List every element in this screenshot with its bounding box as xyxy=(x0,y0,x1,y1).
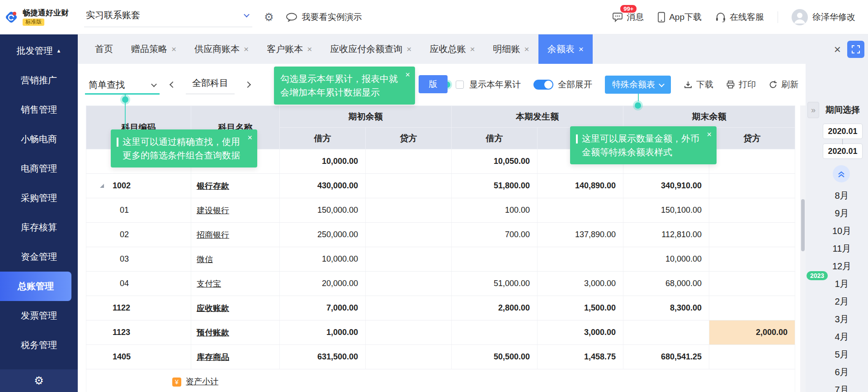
sidebar-item[interactable]: 销售管理 xyxy=(0,95,78,124)
print-button[interactable]: 打印 xyxy=(726,79,756,91)
sidebar-item[interactable]: 电商管理 xyxy=(0,154,78,183)
show-ytd-checkbox[interactable] xyxy=(456,81,464,89)
show-ytd-option[interactable]: 显示本年累计 xyxy=(444,79,521,91)
tooltip-close-icon[interactable]: × xyxy=(405,71,410,79)
phone-icon xyxy=(657,12,665,23)
collapse-row-icon[interactable] xyxy=(100,184,104,188)
tab[interactable]: 首页 xyxy=(86,34,122,64)
account-code: 1405 xyxy=(113,352,131,361)
amount-cell: 680,541.25 xyxy=(623,345,709,369)
tab[interactable]: 客户账本× xyxy=(258,34,321,64)
online-service-button[interactable]: 在线客服 xyxy=(715,11,764,23)
account-link[interactable]: 库存商品 xyxy=(197,353,229,362)
period-to-box[interactable]: 2020.01 xyxy=(823,143,863,159)
scrollbar-track[interactable] xyxy=(800,105,806,392)
sidebar-item[interactable]: 小畅电商 xyxy=(0,124,78,154)
next-subject-button[interactable] xyxy=(245,81,251,88)
account-link[interactable]: 招商银行 xyxy=(197,230,229,239)
sidebar-item[interactable]: 总账管理 xyxy=(0,272,71,301)
tooltip-close-icon[interactable]: × xyxy=(247,134,252,142)
tab-close-icon[interactable]: × xyxy=(307,44,312,54)
subject-scope-selector[interactable]: 全部科目 xyxy=(186,75,235,94)
month-item[interactable]: 4月 xyxy=(806,328,868,346)
period-from-box[interactable]: 2020.01 xyxy=(823,124,863,139)
tab[interactable]: 明细账× xyxy=(484,34,538,64)
account-link[interactable]: 银行存款 xyxy=(197,182,229,191)
account-settings-gear-icon[interactable]: ⚙ xyxy=(264,11,274,24)
tab-label: 明细账 xyxy=(493,43,520,55)
account-row: 1123预付账款1,000.003,000.002,000.00 xyxy=(86,320,795,345)
month-item[interactable]: 10月 xyxy=(806,222,868,240)
user-menu[interactable]: 徐泽华修改 xyxy=(792,9,855,25)
account-code: 1122 xyxy=(113,303,130,312)
tab[interactable]: 应收总账× xyxy=(420,34,484,64)
sidebar-item[interactable]: 批发管理▲ xyxy=(0,36,78,66)
month-item[interactable]: 2月 xyxy=(806,293,868,311)
tab[interactable]: 赠品策略× xyxy=(122,34,185,64)
account-link[interactable]: 微信 xyxy=(197,255,213,264)
period-panel-title: 期间选择 xyxy=(826,104,860,116)
tab-label: 余额表 xyxy=(547,43,575,55)
tab-close-icon[interactable]: × xyxy=(579,44,584,54)
expand-all-toggle[interactable] xyxy=(533,80,553,90)
column-header-credit: 贷方 xyxy=(709,128,795,149)
demo-link[interactable]: 我要看实例演示 xyxy=(286,11,362,23)
refresh-icon xyxy=(769,80,778,89)
summary-link[interactable]: 资产小计 xyxy=(186,377,218,386)
tooltip-close-icon[interactable]: × xyxy=(707,130,712,139)
period-panel-top: » 期间选择 xyxy=(806,102,868,118)
amount-cell xyxy=(366,247,452,272)
month-item[interactable]: 11月 xyxy=(806,240,868,258)
amount-cell: 20,000.00 xyxy=(280,272,366,296)
tab[interactable]: 余额表× xyxy=(538,34,593,64)
tab-close-icon[interactable]: × xyxy=(524,44,529,54)
account-row: 1002银行存款430,000.0051,800.00140,890.00340… xyxy=(86,174,795,198)
toggle-knob xyxy=(544,81,552,89)
tooltip-text: 这里可以展示数量金额，外币 金额等特殊余额表样式 xyxy=(582,132,699,159)
month-item[interactable]: 8月 xyxy=(806,187,868,205)
fullscreen-button[interactable] xyxy=(847,41,864,58)
month-item[interactable]: 3月 xyxy=(806,311,868,328)
close-all-tabs-icon[interactable]: × xyxy=(834,43,841,55)
account-set-select[interactable]: 实习联系账套 xyxy=(84,7,252,27)
sidebar-item[interactable]: 资金管理 xyxy=(0,242,78,272)
sidebar-item[interactable]: 库存核算 xyxy=(0,213,78,242)
sidebar-item[interactable]: 税务管理 xyxy=(0,330,78,360)
month-item[interactable]: 6月 xyxy=(806,363,868,381)
tab[interactable]: 应收应付余额查询× xyxy=(321,34,420,64)
account-link[interactable]: 应收账款 xyxy=(197,304,229,313)
tab-close-icon[interactable]: × xyxy=(406,44,411,54)
prev-subject-button[interactable] xyxy=(170,81,176,88)
tab-close-icon[interactable]: × xyxy=(244,44,249,54)
settings-gear-icon[interactable]: ⚙ xyxy=(34,374,44,387)
refresh-button[interactable]: 刷新 xyxy=(769,79,798,91)
sidebar-item[interactable]: 采购管理 xyxy=(0,183,78,213)
download-button[interactable]: 下载 xyxy=(684,79,713,91)
app-download-button[interactable]: App下载 xyxy=(657,11,702,23)
partially-hidden-version-button[interactable]: 版 xyxy=(419,75,448,93)
tab[interactable]: 供应商账本× xyxy=(185,34,258,64)
tab-close-icon[interactable]: × xyxy=(171,44,176,54)
scroll-months-up-button[interactable] xyxy=(833,165,850,182)
sidebar-item[interactable]: 发票管理 xyxy=(0,301,78,330)
account-link[interactable]: 建设银行 xyxy=(197,206,229,215)
account-link[interactable]: 支付宝 xyxy=(197,279,221,288)
collapse-panel-button[interactable]: » xyxy=(807,102,819,118)
month-item[interactable]: 9月 xyxy=(806,205,868,222)
month-item[interactable]: 5月 xyxy=(806,346,868,363)
account-code: 02 xyxy=(120,230,129,239)
workspace: 简单查找 全部科目 显示本年累计 xyxy=(78,64,868,392)
scrollbar-thumb[interactable] xyxy=(801,199,805,251)
sidebar-item[interactable]: 营销推广 xyxy=(0,66,78,95)
amount-cell xyxy=(366,320,452,345)
search-mode-dropdown[interactable]: 简单查找 xyxy=(85,75,160,95)
connector-dot xyxy=(122,96,128,103)
amount-cell: 250,000.00 xyxy=(280,223,366,247)
toolbar-left: 简单查找 全部科目 xyxy=(85,75,250,95)
tooltip-special: 这里可以展示数量金额，外币 金额等特殊余额表样式 × xyxy=(570,126,717,164)
tab-close-icon[interactable]: × xyxy=(470,44,475,54)
messages-button[interactable]: 99+ 消息 xyxy=(612,11,644,23)
month-item[interactable]: 7月 xyxy=(806,381,868,392)
account-link[interactable]: 预付账款 xyxy=(197,328,229,337)
special-balance-button[interactable]: 特殊余额表 xyxy=(605,76,671,94)
